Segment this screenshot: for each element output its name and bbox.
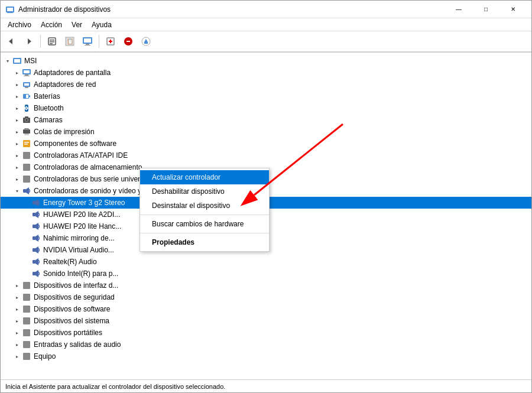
context-menu-item-deshabilitar[interactable]: Deshabilitar dispositivo: [140, 184, 269, 199]
tree-item-dispositivos-interfaz[interactable]: Dispositivos de interfaz d...: [1, 280, 531, 291]
icon-sonido-intel: [31, 269, 41, 278]
monitor-button[interactable]: [79, 33, 96, 50]
back-button[interactable]: [3, 33, 20, 50]
tree-item-controladoras-ata[interactable]: Controladoras ATA/ATAPI IDE: [1, 150, 531, 161]
icon-baterias: [22, 92, 31, 101]
tree-item-adaptadores-red[interactable]: Adaptadores de red: [1, 79, 531, 90]
svg-rect-61: [33, 225, 35, 228]
tree-item-sonido-intel[interactable]: Sonido Intel(R) para p...: [1, 268, 531, 280]
properties-button[interactable]: [44, 33, 60, 50]
expand-arrow-dispositivos-software[interactable]: [12, 304, 22, 314]
expand-arrow-equipo[interactable]: [12, 352, 22, 361]
expand-arrow-dispositivos-seguridad[interactable]: [12, 293, 22, 302]
svg-rect-51: [24, 144, 28, 145]
icon-huawei-hanc: [31, 222, 41, 231]
expand-arrow-adaptadores-pantalla[interactable]: [12, 68, 22, 77]
maximize-button[interactable]: □: [472, 1, 499, 18]
menu-accion[interactable]: Acción: [36, 20, 67, 30]
expand-arrow-colas-impresion[interactable]: [12, 127, 22, 137]
svg-rect-24: [144, 43, 148, 44]
expand-arrow-dispositivos-interfaz[interactable]: [12, 281, 22, 290]
label-sonido-intel: Sonido Intel(R) para p...: [43, 269, 118, 278]
toolbar-separator-2: [99, 35, 99, 48]
download-button[interactable]: [138, 33, 154, 50]
svg-rect-72: [23, 294, 30, 301]
tree-item-adaptadores-pantalla[interactable]: Adaptadores de pantalla: [1, 67, 531, 79]
tree-item-colas-impresion[interactable]: Colas de impresión: [1, 126, 531, 138]
tree-item-realtek[interactable]: Realtek(R) Audio: [1, 256, 531, 268]
label-adaptadores-red: Adaptadores de red: [34, 80, 96, 89]
svg-rect-65: [33, 248, 35, 252]
minimize-button[interactable]: —: [445, 1, 472, 18]
icon-nahimic: [31, 233, 41, 243]
icon-componentes-software: [22, 139, 31, 148]
menu-bar: Archivo Acción Ver Ayuda: [1, 18, 531, 31]
svg-marker-68: [35, 258, 38, 265]
svg-rect-74: [23, 317, 30, 324]
expand-arrow-msi[interactable]: [3, 56, 12, 66]
expand-arrow-controladoras-almacenamiento[interactable]: [12, 163, 22, 172]
label-bluetooth: Bluetooth: [34, 104, 64, 112]
close-button[interactable]: ✕: [499, 1, 527, 18]
expand-arrow-dispositivos-sistema[interactable]: [12, 316, 22, 326]
svg-rect-53: [23, 164, 30, 171]
expand-arrow-dispositivos-portatiles[interactable]: [12, 328, 22, 337]
tree-item-componentes-software[interactable]: Componentes de software: [1, 138, 531, 150]
label-camaras: Cámaras: [34, 116, 63, 124]
icon-camaras: [22, 115, 31, 125]
icon-energy-tower: [31, 198, 41, 207]
scan-button[interactable]: [102, 33, 119, 50]
tree-item-entradas-salidas[interactable]: Entradas y salidas de audio: [1, 339, 531, 350]
expand-arrow-componentes-software[interactable]: [12, 139, 22, 148]
svg-rect-26: [14, 59, 20, 63]
tree-item-dispositivos-portatiles[interactable]: Dispositivos portátiles: [1, 327, 531, 339]
label-controladoras-bus: Controladoras de bus serie universal: [34, 175, 149, 183]
svg-rect-8: [50, 41, 54, 43]
remove-button[interactable]: [120, 33, 137, 50]
context-menu-item-actualizar[interactable]: Actualizar controlador: [140, 170, 269, 184]
tree-item-msi[interactable]: MSI: [1, 55, 531, 67]
svg-rect-9: [50, 43, 53, 44]
title-bar: Administrador de dispositivos — □ ✕: [1, 1, 531, 18]
expand-arrow-baterias[interactable]: [12, 92, 22, 101]
context-menu-item-propiedades[interactable]: Propiedades: [140, 235, 269, 249]
update-button[interactable]: 📋: [61, 33, 78, 50]
label-componentes-software: Componentes de software: [34, 139, 116, 148]
menu-archivo[interactable]: Archivo: [3, 20, 36, 30]
svg-rect-13: [84, 38, 91, 43]
svg-marker-4: [9, 38, 12, 44]
tree-item-dispositivos-software[interactable]: Dispositivos de software: [1, 303, 531, 315]
icon-dispositivos-interfaz: [22, 281, 31, 290]
icon-dispositivos-software: [22, 304, 31, 314]
forward-button[interactable]: [21, 33, 37, 50]
menu-ayuda[interactable]: Ayuda: [87, 20, 116, 30]
expand-arrow-controladoras-bus[interactable]: [12, 174, 22, 184]
tree-item-baterias[interactable]: Baterías: [1, 90, 531, 102]
svg-marker-58: [35, 199, 38, 206]
tree-item-bluetooth[interactable]: Bluetooth: [1, 102, 531, 114]
icon-dispositivos-seguridad: [22, 293, 31, 302]
tree-item-equipo[interactable]: Equipo: [1, 350, 531, 362]
context-menu-sep-desinstalar: [140, 215, 269, 215]
svg-marker-56: [26, 187, 29, 194]
expand-arrow-bluetooth[interactable]: [12, 103, 22, 113]
svg-rect-35: [29, 95, 30, 98]
expand-arrow-entradas-salidas[interactable]: [12, 340, 22, 349]
svg-rect-63: [33, 236, 35, 240]
tree-item-dispositivos-seguridad[interactable]: Dispositivos de seguridad: [1, 291, 531, 303]
tree-item-camaras[interactable]: Cámaras: [1, 114, 531, 126]
context-menu-item-desinstalar[interactable]: Desinstalar el dispositivo: [140, 199, 269, 213]
expand-arrow-camaras[interactable]: [12, 115, 22, 125]
context-menu-item-buscar[interactable]: Buscar cambios de hardware: [140, 217, 269, 231]
label-controladoras-ata: Controladoras ATA/ATAPI IDE: [34, 151, 128, 160]
svg-rect-77: [23, 353, 30, 360]
expand-arrow-controladoras-sonido[interactable]: [12, 186, 22, 196]
menu-ver[interactable]: Ver: [67, 20, 87, 30]
expand-arrow-adaptadores-red[interactable]: [12, 80, 22, 89]
expand-arrow-controladoras-ata[interactable]: [12, 151, 22, 160]
svg-rect-47: [24, 128, 29, 130]
context-menu: Actualizar controladorDeshabilitar dispo…: [140, 168, 270, 252]
svg-rect-30: [24, 76, 30, 76]
label-huawei-a2di: HUAWEI P20 lite A2DI...: [43, 210, 120, 219]
tree-item-dispositivos-sistema[interactable]: Dispositivos del sistema: [1, 315, 531, 327]
